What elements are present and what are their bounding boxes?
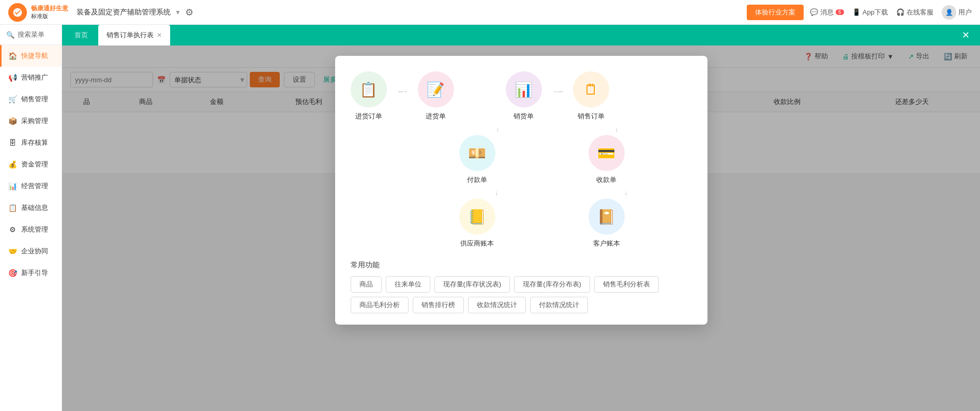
sidebar-item-system[interactable]: ⚙ 系统管理 bbox=[0, 219, 62, 240]
purchase-icon: 📦 bbox=[8, 116, 17, 126]
arrow-sales-order-to-bill: ←- - - - bbox=[553, 87, 562, 95]
flow-node-receipt[interactable]: 💳 收款单 bbox=[589, 135, 625, 185]
top-right-area: 💬 消息 6 📱 App下载 🎧 在线客服 👤 用户 bbox=[810, 5, 972, 20]
message-label: 消息 bbox=[820, 8, 834, 17]
common-functions-title: 常用功能 bbox=[351, 261, 692, 270]
tab-close-button[interactable]: ✕ bbox=[956, 29, 976, 41]
flow-node-purchase-bill[interactable]: 📝 进货单 bbox=[418, 71, 454, 121]
func-btn-现存量(库存分布表)[interactable]: 现存量(库存分布表) bbox=[514, 276, 590, 293]
sidebar-label-sales: 销售管理 bbox=[21, 95, 48, 104]
sidebar-label-system: 系统管理 bbox=[21, 225, 48, 234]
flow-node-supplier-ledger[interactable]: 📒 供应商账本 bbox=[459, 199, 495, 248]
inventory-icon: 🗄 bbox=[8, 138, 17, 147]
sidebar: 🔍 搜索菜单 🏠 快捷导航 📢 营销推广 🛒 销售管理 📦 采购管理 🗄 库存核… bbox=[0, 25, 62, 411]
flow-node-customer-ledger[interactable]: 📔 客户账本 bbox=[589, 199, 625, 248]
sidebar-item-inventory[interactable]: 🗄 库存核算 bbox=[0, 132, 62, 154]
arrow-down-sales: ↓ bbox=[615, 125, 619, 133]
trial-button[interactable]: 体验行业方案 bbox=[747, 5, 804, 20]
purchase-bill-icon: 📝 bbox=[418, 71, 454, 108]
marketing-icon: 📢 bbox=[8, 73, 17, 82]
logo-main: 畅康通好生意 bbox=[31, 5, 68, 13]
func-btn-销售毛利分析表[interactable]: 销售毛利分析表 bbox=[594, 276, 659, 293]
purchase-order-label: 进货订单 bbox=[355, 112, 382, 121]
quick-icon: 🏠 bbox=[8, 51, 17, 60]
func-btn-商品毛利分析[interactable]: 商品毛利分析 bbox=[351, 297, 409, 313]
sales-icon: 🛒 bbox=[8, 95, 17, 104]
sidebar-item-finance[interactable]: 💰 资金管理 bbox=[0, 154, 62, 175]
phone-icon: 📱 bbox=[852, 8, 861, 16]
app-download-btn[interactable]: 📱 App下载 bbox=[852, 8, 888, 17]
settings-gear-icon[interactable]: ⚙ bbox=[185, 7, 193, 18]
message-icon: 💬 bbox=[810, 8, 818, 16]
modal-footer: ◀ ▶ bbox=[335, 324, 707, 325]
purchase-order-icon: 📋 bbox=[351, 71, 387, 108]
sidebar-item-enterprise[interactable]: 🤝 企业协同 bbox=[0, 240, 62, 262]
tab-label-sales-order: 销售订单执行表 bbox=[107, 31, 154, 40]
sales-order-icon: 🗒 bbox=[573, 71, 609, 108]
sales-order-label: 销售订单 bbox=[578, 112, 605, 121]
sidebar-item-quick[interactable]: 🏠 快捷导航 bbox=[0, 45, 62, 67]
system-dropdown-icon[interactable]: ▼ bbox=[175, 9, 181, 16]
func-btn-付款情况统计[interactable]: 付款情况统计 bbox=[530, 297, 588, 313]
sidebar-label-guide: 新手引导 bbox=[21, 268, 48, 278]
modal-overlay: 📋 进货订单 - - - -→ 📝 bbox=[62, 45, 980, 411]
modal-body: 📋 进货订单 - - - -→ 📝 bbox=[335, 56, 707, 324]
customer-ledger-icon: 📔 bbox=[589, 199, 625, 235]
sidebar-item-sales[interactable]: 🛒 销售管理 bbox=[0, 88, 62, 110]
logo-icon bbox=[8, 3, 27, 22]
func-buttons-container: 商品往来单位现存量(库存状况表)现存量(库存分布表)销售毛利分析表商品毛利分析销… bbox=[351, 276, 692, 313]
content-area: 首页销售订单执行表✕ ✕ ❓ 帮助 🖨 按模板打印 ▼ bbox=[62, 25, 980, 411]
func-btn-现存量(库存状况表)[interactable]: 现存量(库存状况表) bbox=[434, 276, 510, 293]
sidebar-label-quick: 快捷导航 bbox=[21, 51, 48, 60]
online-service-btn[interactable]: 🎧 在线客服 bbox=[896, 8, 933, 17]
receipt-icon: 💳 bbox=[589, 135, 625, 171]
sidebar-item-purchase[interactable]: 📦 采购管理 bbox=[0, 110, 62, 132]
sidebar-item-marketing[interactable]: 📢 营销推广 bbox=[0, 67, 62, 88]
enterprise-icon: 🤝 bbox=[8, 247, 17, 256]
user-name: 用户 bbox=[958, 8, 972, 17]
basic-icon: 📋 bbox=[8, 203, 17, 212]
operations-icon: 📊 bbox=[8, 181, 17, 191]
tab-bar: 首页销售订单执行表✕ ✕ bbox=[62, 25, 980, 45]
tab-sales-order[interactable]: 销售订单执行表✕ bbox=[98, 25, 170, 45]
arrow-purchase-to-bill: - - - -→ bbox=[398, 87, 406, 95]
func-btn-销售排行榜[interactable]: 销售排行榜 bbox=[413, 297, 464, 313]
sales-bill-icon: 📊 bbox=[506, 71, 542, 108]
search-icon: 🔍 bbox=[6, 31, 14, 39]
func-btn-收款情况统计[interactable]: 收款情况统计 bbox=[468, 297, 526, 313]
receipt-label: 收款单 bbox=[596, 175, 616, 185]
payment-label: 付款单 bbox=[467, 175, 487, 185]
modal: 📋 进货订单 - - - -→ 📝 bbox=[335, 56, 707, 325]
sidebar-item-basic[interactable]: 📋 基础信息 bbox=[0, 197, 62, 219]
system-icon: ⚙ bbox=[8, 225, 17, 234]
arrow-down-receipt: ↓ bbox=[624, 189, 628, 196]
message-btn[interactable]: 💬 消息 6 bbox=[810, 8, 844, 17]
system-title: 装备及固定资产辅助管理系统 ▼ ⚙ bbox=[77, 7, 741, 18]
search-menu-btn[interactable]: 🔍 搜索菜单 bbox=[0, 25, 62, 45]
flow-node-payment[interactable]: 💴 付款单 bbox=[459, 135, 495, 185]
func-btn-商品[interactable]: 商品 bbox=[351, 276, 382, 293]
sidebar-item-guide[interactable]: 🎯 新手引导 bbox=[0, 262, 62, 284]
top-bar: 畅康通好生意 标准版 装备及固定资产辅助管理系统 ▼ ⚙ 体验行业方案 💬 消息… bbox=[0, 0, 980, 25]
tab-home[interactable]: 首页 bbox=[66, 25, 96, 45]
logo-area: 畅康通好生意 标准版 bbox=[8, 3, 70, 22]
common-functions: 常用功能 商品往来单位现存量(库存状况表)现存量(库存分布表)销售毛利分析表商品… bbox=[351, 261, 692, 313]
flow-node-purchase-order[interactable]: 📋 进货订单 bbox=[351, 71, 387, 121]
purchase-bill-label: 进货单 bbox=[426, 112, 446, 121]
func-btn-往来单位[interactable]: 往来单位 bbox=[386, 276, 430, 293]
sales-bill-label: 销货单 bbox=[514, 112, 534, 121]
sidebar-label-finance: 资金管理 bbox=[21, 160, 48, 169]
finance-icon: 💰 bbox=[8, 160, 17, 169]
sidebar-item-operations[interactable]: 📊 经营管理 bbox=[0, 175, 62, 197]
flow-node-sales-order[interactable]: 🗒 销售订单 bbox=[573, 71, 609, 121]
guide-icon: 🎯 bbox=[8, 268, 17, 278]
tab-close-sales-order[interactable]: ✕ bbox=[157, 32, 162, 39]
sidebar-label-inventory: 库存核算 bbox=[21, 138, 48, 147]
message-badge: 6 bbox=[836, 9, 844, 15]
supplier-ledger-label: 供应商账本 bbox=[460, 239, 494, 248]
tab-label-home: 首页 bbox=[74, 31, 88, 40]
user-area[interactable]: 👤 用户 bbox=[942, 5, 972, 20]
headset-icon: 🎧 bbox=[896, 8, 904, 16]
supplier-ledger-icon: 📒 bbox=[459, 199, 495, 235]
flow-node-sales-bill[interactable]: 📊 销货单 bbox=[506, 71, 542, 121]
